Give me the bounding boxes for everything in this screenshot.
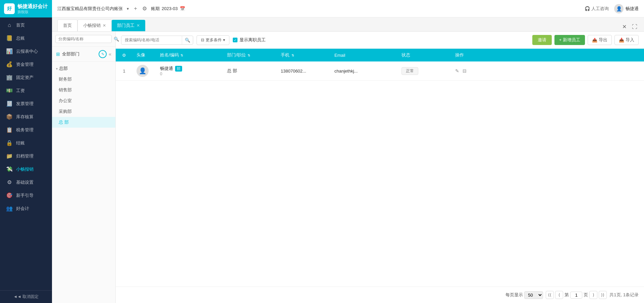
inventory-icon: 📦 xyxy=(6,114,13,120)
sidebar-label-guide: 新手引导 xyxy=(16,192,34,199)
add-company-button[interactable]: ＋ xyxy=(133,5,138,12)
dept-tree: ▾ 总部 财务部 销售部 办公室 采购部 总 部 xyxy=(52,62,115,303)
user-menu[interactable]: 👤 畅捷通 xyxy=(614,4,639,13)
period-value: 2023-03 xyxy=(162,6,178,11)
company-name: 江西服宝精品有限责任公司内账张 xyxy=(57,6,123,12)
first-page-button[interactable]: ⟨⟨ xyxy=(546,291,554,299)
sidebar-item-ledger[interactable]: 📒 总账 xyxy=(0,32,52,45)
page-unit: 页 xyxy=(584,292,588,298)
sidebar-label-funds: 资金管理 xyxy=(16,61,34,68)
add-employee-button[interactable]: + 新增员工 xyxy=(554,35,585,45)
xiaochang-icon: 💸 xyxy=(6,166,13,172)
employee-panel: 🔍 ⊟ 更多条件 ▾ ✓ 显示离职员工 邀请 + 新增员工 xyxy=(116,32,644,303)
export-label: 导出 xyxy=(599,37,607,43)
sidebar-item-settings[interactable]: ⚙ 基础设置 xyxy=(0,176,52,189)
next-page-button[interactable]: ⟩ xyxy=(589,291,597,299)
topbar-settings-icon[interactable]: ⚙ xyxy=(142,5,147,12)
calendar-icon[interactable]: 📅 xyxy=(180,6,185,11)
employee-search-bar: 🔍 xyxy=(121,36,193,45)
sidebar-item-fixed-assets[interactable]: 🏢 固定资产 xyxy=(0,71,52,84)
tab-dept-employee[interactable]: 部门员工 ✕ xyxy=(112,20,145,31)
dept-header: ⊞ 全部部门 ✎ « xyxy=(52,47,115,62)
logout-employee-button[interactable]: ⊟ xyxy=(463,68,467,74)
sidebar-item-funds[interactable]: 💰 资金管理 xyxy=(0,58,52,71)
company-dropdown-icon[interactable]: ▾ xyxy=(127,6,129,11)
user-name: 畅捷通 xyxy=(626,6,639,12)
row-actions-cell: ✎ ⊟ xyxy=(451,61,644,81)
last-page-button[interactable]: ⟩⟩ xyxy=(599,291,607,299)
dept-collapse-icon[interactable]: « xyxy=(109,51,111,57)
logo-text-block: 畅捷通好会计 旗舰版 xyxy=(17,3,48,14)
dept-item-general[interactable]: 总 部 xyxy=(52,117,115,128)
maximize-button[interactable]: ⛶ xyxy=(631,23,639,31)
close-tab-dept[interactable]: ✕ xyxy=(137,23,140,28)
invoice-icon: 🧾 xyxy=(6,100,13,107)
employee-search-icon[interactable]: 🔍 xyxy=(182,36,193,44)
employee-search-input[interactable] xyxy=(121,36,182,44)
row-dept-cell: 总 部 xyxy=(223,61,277,81)
dept-header-actions: ✎ « xyxy=(99,50,111,58)
sidebar-item-close[interactable]: 🔒 结账 xyxy=(0,136,52,149)
row-avatar-cell: 👤 xyxy=(132,61,156,81)
settings-icon: ⚙ xyxy=(6,179,13,185)
cancel-fixed-button[interactable]: ◄◄ 取消固定 xyxy=(0,290,52,303)
sidebar-item-reports[interactable]: 📊 云报表中心 xyxy=(0,45,52,58)
show-resigned-checkbox[interactable]: ✓ 显示离职员工 xyxy=(233,37,266,43)
tab-actions: ✕ ⛶ xyxy=(621,22,639,31)
settings-col-icon: ⚙ xyxy=(122,53,126,58)
page-size-selector: 每页显示 50 100 200 xyxy=(505,291,543,299)
employee-toolbar: 🔍 ⊟ 更多条件 ▾ ✓ 显示离职员工 邀请 + 新增员工 xyxy=(116,32,644,49)
col-settings[interactable]: ⚙ xyxy=(116,49,132,61)
dept-badge: 部 xyxy=(175,66,182,72)
tab-bar: 首页 小畅报销 ✕ 部门员工 ✕ ✕ ⛶ xyxy=(52,17,644,32)
dept-item-finance[interactable]: 财务部 xyxy=(52,74,115,85)
col-name-code[interactable]: 姓名/编码 ⇅ xyxy=(156,49,223,61)
dept-item-procurement[interactable]: 采购部 xyxy=(52,106,115,117)
table-row: 1 👤 畅捷通 部 0 总 部 xyxy=(116,61,644,81)
service-button[interactable]: 🎧 人工咨询 xyxy=(585,6,609,12)
col-dept-position[interactable]: 部门/职位 ⇅ xyxy=(223,49,277,61)
tab-xiaochang-label: 小畅报销 xyxy=(83,23,101,29)
partner-icon: 👥 xyxy=(6,205,13,212)
dept-grid-icon: ⊞ xyxy=(56,51,60,57)
sidebar-item-invoice[interactable]: 🧾 发票管理 xyxy=(0,97,52,110)
edit-employee-button[interactable]: ✎ xyxy=(455,68,459,74)
dept-edit-button[interactable]: ✎ xyxy=(99,50,107,58)
dept-root-label: 总部 xyxy=(59,66,68,72)
sidebar-item-xiaochang[interactable]: 💸 小畅报销 xyxy=(0,163,52,176)
sidebar-item-guide[interactable]: 🎯 新手引导 xyxy=(0,189,52,202)
page-size-select[interactable]: 50 100 200 xyxy=(524,291,543,299)
tab-xiaochang-expense[interactable]: 小畅报销 ✕ xyxy=(77,19,112,31)
import-label: 导入 xyxy=(626,37,634,43)
filter-icon: ⊟ xyxy=(201,38,204,42)
prev-page-button[interactable]: ⟨ xyxy=(555,291,563,299)
import-button[interactable]: 📥 导入 xyxy=(614,35,639,45)
export-button[interactable]: 📤 导出 xyxy=(588,35,612,45)
dept-item-sales[interactable]: 销售部 xyxy=(52,85,115,95)
tab-home[interactable]: 首页 xyxy=(57,19,77,31)
name-sort-icon: ⇅ xyxy=(180,53,183,57)
dept-item-office[interactable]: 办公室 xyxy=(52,95,115,106)
sidebar-item-archive[interactable]: 📁 归档管理 xyxy=(0,149,52,163)
sidebar-item-tax[interactable]: 📋 税务管理 xyxy=(0,123,52,136)
sidebar-item-partner[interactable]: 👥 好会计 xyxy=(0,202,52,215)
close-month-icon: 🔒 xyxy=(6,140,13,146)
fixed-assets-icon: 🏢 xyxy=(6,74,13,81)
salary-icon: 💵 xyxy=(6,87,13,94)
invite-button[interactable]: 邀请 xyxy=(532,35,552,45)
employee-table: ⚙ 头像 姓名/编码 ⇅ 部门/职位 ⇅ xyxy=(116,49,644,81)
page-number-input[interactable] xyxy=(570,292,582,299)
more-filter-button[interactable]: ⊟ 更多条件 ▾ xyxy=(197,35,229,45)
sidebar-item-inventory[interactable]: 📦 库存核算 xyxy=(0,110,52,123)
sidebar-item-salary[interactable]: 💵 工资 xyxy=(0,84,52,97)
sidebar-item-home[interactable]: ⌂ 首页 xyxy=(0,19,52,32)
col-phone[interactable]: 手机 ⇅ xyxy=(277,49,330,61)
close-tab-xiaochang[interactable]: ✕ xyxy=(103,23,106,28)
sidebar-label-fixed-assets: 固定资产 xyxy=(16,75,34,81)
sidebar-label-partner: 好会计 xyxy=(16,206,29,212)
dept-search-input[interactable] xyxy=(55,35,112,43)
dept-tree-root[interactable]: ▾ 总部 xyxy=(52,63,115,74)
tab-dept-label: 部门员工 xyxy=(117,23,135,29)
row-status-cell: 正常 xyxy=(397,61,451,81)
close-all-tabs-button[interactable]: ✕ xyxy=(621,22,628,31)
